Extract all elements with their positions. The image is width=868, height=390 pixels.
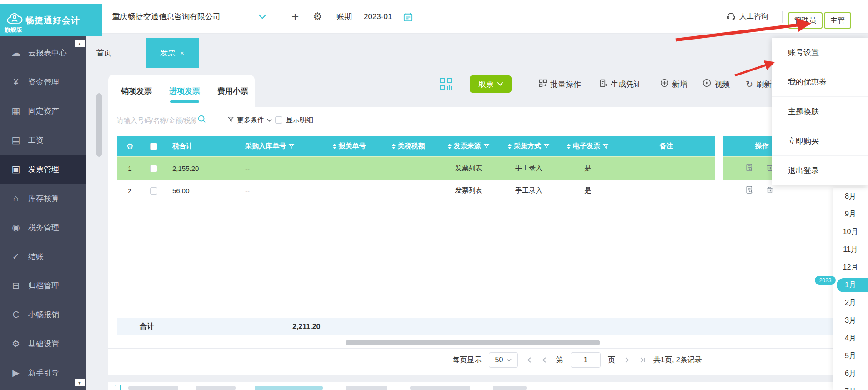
column-header-einvoice[interactable]: 电子发票: [558, 136, 617, 156]
page-number-input[interactable]: [571, 352, 601, 368]
company-selector[interactable]: 重庆畅捷交通信息咨询有限公司: [112, 0, 221, 33]
month-item-2月[interactable]: 2月: [833, 294, 868, 312]
role-supervisor-button[interactable]: 主管: [824, 12, 851, 29]
month-item-3月[interactable]: 3月: [833, 312, 868, 330]
period-value[interactable]: 2023-01: [364, 0, 392, 33]
pagination-divider: [108, 348, 833, 349]
month-label: 11月: [843, 245, 858, 255]
menu-item-buy-now[interactable]: 立即购买: [772, 126, 868, 156]
column-label: 发票来源: [454, 142, 481, 150]
sidebar-item-工资[interactable]: ▤工资: [0, 125, 86, 155]
column-header-check[interactable]: [142, 136, 165, 156]
sort-arrows-icon[interactable]: [508, 144, 512, 149]
calendar-icon[interactable]: [403, 12, 413, 24]
close-icon[interactable]: ×: [180, 49, 184, 57]
tab-home[interactable]: 首页: [96, 38, 112, 68]
brand-edition: 旗舰版: [5, 26, 22, 34]
sidebar-item-结账[interactable]: ✓结账: [0, 242, 86, 271]
generate-voucher-button[interactable]: 生成凭证: [599, 75, 642, 93]
menu-item-theme-skin[interactable]: 主题换肤: [772, 97, 868, 126]
sort-arrows-icon[interactable]: [333, 144, 336, 149]
sidebar-item-基础设置[interactable]: ⚙基础设置: [0, 329, 86, 358]
column-header-purchase_no[interactable]: 采购入库单号: [238, 136, 320, 156]
sidebar-item-库存核算[interactable]: ⌂库存核算: [0, 184, 86, 213]
account-dropdown-menu: 账号设置 我的优惠券 主题换肤 立即购买 退出登录: [772, 38, 868, 185]
horizontal-scrollbar-thumb[interactable]: [346, 340, 600, 345]
refresh-button[interactable]: ↻ 刷新: [746, 75, 772, 93]
month-item-8月[interactable]: 8月: [833, 188, 868, 205]
column-header-customs_tax[interactable]: 关税税额: [379, 136, 438, 156]
sidebar-scroll-down-icon[interactable]: ▼: [75, 379, 85, 386]
row-checkbox[interactable]: [150, 165, 157, 172]
doc-view-icon[interactable]: [745, 163, 754, 174]
column-header-source[interactable]: 发票来源: [438, 136, 499, 156]
next-page-icon[interactable]: [622, 356, 631, 364]
sidebar-item-资金管理[interactable]: ¥资金管理: [0, 67, 86, 96]
month-item-9月[interactable]: 9月: [833, 205, 868, 223]
table-row: 256.00--发票列表手工录入是: [117, 180, 715, 202]
batch-operation-button[interactable]: 批量操作: [539, 75, 581, 93]
sidebar-item-发票管理[interactable]: ▣发票管理: [0, 155, 86, 184]
funnel-icon[interactable]: [602, 143, 609, 150]
subtab-sales-invoice[interactable]: 销项发票: [121, 86, 152, 96]
funnel-icon[interactable]: [288, 143, 295, 150]
gear-icon[interactable]: ⚙: [313, 0, 322, 33]
trash-icon[interactable]: [766, 185, 774, 196]
first-page-icon[interactable]: [525, 356, 533, 364]
menu-item-logout[interactable]: 退出登录: [772, 156, 868, 185]
vertical-scrollbar-thumb[interactable]: [96, 93, 102, 157]
month-item-1月[interactable]: 1月: [833, 276, 868, 294]
gear-icon[interactable]: ⚙: [126, 141, 133, 151]
refresh-icon: ↻: [746, 79, 753, 90]
fetch-invoice-button[interactable]: 取票: [470, 75, 512, 93]
subtab-purchase-invoice[interactable]: 进项发票: [169, 86, 200, 96]
month-item-6月[interactable]: 6月: [833, 365, 868, 383]
month-item-10月[interactable]: 10月: [833, 223, 868, 241]
tab-invoice[interactable]: 发票 ×: [146, 38, 199, 68]
last-page-icon[interactable]: [638, 356, 646, 364]
prev-page-icon[interactable]: [541, 356, 549, 364]
role-admin-button[interactable]: 管理员: [788, 12, 823, 29]
qr-scan-icon[interactable]: [439, 75, 453, 93]
funnel-icon[interactable]: [543, 143, 550, 150]
select-all-checkbox[interactable]: [150, 143, 157, 150]
column-header-gear[interactable]: ⚙: [117, 136, 142, 156]
sidebar-item-小畅报销[interactable]: C小畅报销: [0, 300, 86, 329]
add-account-set-icon[interactable]: +: [291, 0, 299, 33]
sidebar-item-税务管理[interactable]: ◉税务管理: [0, 213, 86, 242]
search-input[interactable]: [116, 116, 197, 125]
month-item-5月[interactable]: 5月: [833, 347, 868, 365]
sidebar-scroll-up-icon[interactable]: ▲: [75, 40, 85, 47]
video-button[interactable]: 视频: [702, 75, 730, 93]
funnel-icon[interactable]: [483, 143, 490, 150]
per-page-select[interactable]: 50: [489, 352, 518, 368]
support-link[interactable]: 人工咨询: [726, 0, 768, 33]
column-header-customs_no[interactable]: 报关单号: [320, 136, 379, 156]
sort-arrows-icon[interactable]: [392, 144, 396, 149]
sidebar-item-label: 库存核算: [28, 193, 59, 204]
chevron-down-icon[interactable]: [258, 13, 266, 21]
add-button[interactable]: 新增: [660, 75, 687, 93]
subtab-expense-receipt[interactable]: 费用小票: [217, 86, 248, 96]
show-detail-checkbox[interactable]: [275, 116, 282, 124]
month-item-11月[interactable]: 11月: [833, 241, 868, 259]
menu-item-account-settings[interactable]: 账号设置: [772, 38, 868, 67]
sidebar-item-云报表中心[interactable]: ☁云报表中心: [0, 38, 86, 67]
month-item-12月[interactable]: 12月: [833, 259, 868, 276]
more-filters-label: 更多条件: [237, 116, 264, 125]
menu-item-my-coupons[interactable]: 我的优惠券: [772, 67, 868, 97]
row-checkbox[interactable]: [150, 187, 157, 195]
sidebar-item-归档管理[interactable]: ⊟归档管理: [0, 271, 86, 300]
doc-view-icon[interactable]: [745, 185, 754, 196]
sidebar-item-新手引导[interactable]: ▶新手引导: [0, 358, 86, 387]
show-detail-toggle[interactable]: 显示明细: [275, 115, 313, 125]
sidebar-item-固定资产[interactable]: ▦固定资产: [0, 96, 86, 125]
month-item-7月[interactable]: 7月: [833, 383, 868, 390]
column-header-collect[interactable]: 采集方式: [499, 136, 558, 156]
sort-arrows-icon[interactable]: [448, 144, 452, 149]
sort-arrows-icon[interactable]: [567, 144, 571, 149]
magnifier-icon[interactable]: [197, 115, 206, 125]
month-item-4月[interactable]: 4月: [833, 330, 868, 347]
more-filters-button[interactable]: 更多条件: [227, 115, 272, 125]
total-value: 2,211.20: [292, 323, 320, 331]
